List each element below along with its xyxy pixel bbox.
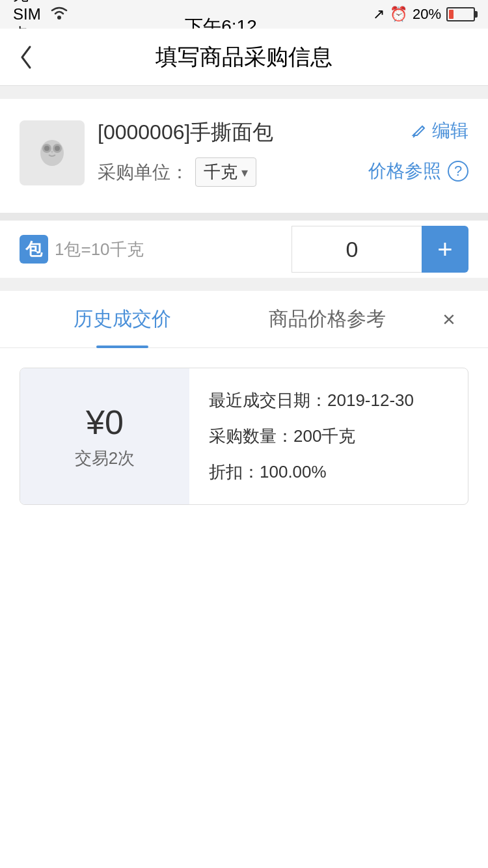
svg-point-0 — [57, 16, 61, 20]
info-icon[interactable]: ? — [448, 161, 468, 182]
quantity-row: 包 1包=10千克 + — [0, 221, 488, 278]
status-right: ↗ ⏰ 20% — [373, 6, 475, 23]
product-header: [0000006]手撕面包 采购单位： 千克 ▾ 编辑 — [20, 118, 468, 187]
recent-date-label: 最近成交日期： — [209, 390, 327, 410]
alarm-icon: ⏰ — [390, 6, 407, 23]
svg-point-4 — [44, 146, 49, 151]
quantity-input-group: + — [291, 226, 468, 273]
product-card: [0000006]手撕面包 采购单位： 千克 ▾ 编辑 — [0, 99, 488, 213]
edit-label: 编辑 — [432, 118, 468, 143]
tabs-header: 历史成交价 商品价格参考 × — [0, 291, 488, 348]
nav-bar: 填写商品采购信息 — [0, 29, 488, 86]
tab-close-button[interactable]: × — [429, 300, 468, 339]
tab-history-label: 历史成交价 — [74, 306, 171, 332]
purchase-quantity-row: 采购数量：200千克 — [209, 424, 448, 449]
tab-price-reference[interactable]: 商品价格参考 — [224, 291, 429, 348]
location-icon: ↗ — [373, 6, 385, 23]
chevron-down-icon: ▾ — [241, 165, 248, 180]
quantity-input[interactable] — [291, 226, 422, 273]
tab-reference-label: 商品价格参考 — [269, 306, 386, 332]
edit-button[interactable]: 编辑 — [411, 118, 468, 143]
purchase-quantity-label: 采购数量： — [209, 426, 293, 446]
transaction-card: ¥0 交易2次 最近成交日期：2019-12-30 采购数量：200千克 折扣：… — [20, 368, 468, 505]
price-ref-label: 价格参照 — [368, 159, 441, 183]
tab-history-price[interactable]: 历史成交价 — [20, 291, 224, 348]
transaction-details-panel: 最近成交日期：2019-12-30 采购数量：200千克 折扣：100.00% — [189, 368, 468, 504]
unit-label: 采购单位： — [98, 160, 189, 185]
discount-value: 100.00% — [260, 462, 327, 481]
quantity-hint: 1包=10千克 — [55, 238, 144, 261]
back-button[interactable] — [0, 29, 52, 86]
transaction-price-value: ¥0 — [86, 403, 124, 442]
product-info: [0000006]手撕面包 采购单位： 千克 ▾ — [98, 118, 273, 187]
transaction-count: 交易2次 — [75, 447, 135, 470]
quantity-plus-button[interactable]: + — [422, 226, 468, 273]
product-thumbnail-icon — [33, 130, 72, 175]
tabs-section: 历史成交价 商品价格参考 × ¥0 交易2次 最近成交日期：2019-12-30… — [0, 291, 488, 868]
product-unit-row: 采购单位： 千克 ▾ — [98, 157, 273, 187]
quantity-label-group: 包 1包=10千克 — [20, 235, 144, 264]
bottom-area — [0, 524, 488, 868]
unit-value: 千克 — [204, 161, 237, 183]
discount-label: 折扣： — [209, 462, 260, 481]
transaction-price-panel: ¥0 交易2次 — [20, 368, 189, 504]
battery-icon — [446, 7, 475, 21]
recent-date-value: 2019-12-30 — [327, 390, 414, 410]
discount-row: 折扣：100.00% — [209, 459, 448, 485]
wifi-icon — [49, 5, 69, 23]
product-left: [0000006]手撕面包 采购单位： 千克 ▾ — [20, 118, 273, 187]
battery-percent: 20% — [413, 6, 441, 23]
section-divider — [0, 213, 488, 221]
product-image — [20, 120, 85, 185]
unit-select-dropdown[interactable]: 千克 ▾ — [195, 157, 256, 187]
recent-date-row: 最近成交日期：2019-12-30 — [209, 388, 448, 413]
svg-point-5 — [55, 146, 60, 151]
unit-badge: 包 — [20, 235, 48, 264]
status-bar: 无SIM卡 下午6:12 ↗ ⏰ 20% — [0, 0, 488, 29]
product-name: [0000006]手撕面包 — [98, 118, 273, 147]
page-title: 填写商品采购信息 — [156, 42, 332, 72]
close-icon: × — [442, 306, 455, 332]
price-ref-row[interactable]: 价格参照 ? — [368, 159, 468, 183]
purchase-quantity-value: 200千克 — [293, 426, 355, 446]
tab-active-indicator — [96, 346, 148, 348]
